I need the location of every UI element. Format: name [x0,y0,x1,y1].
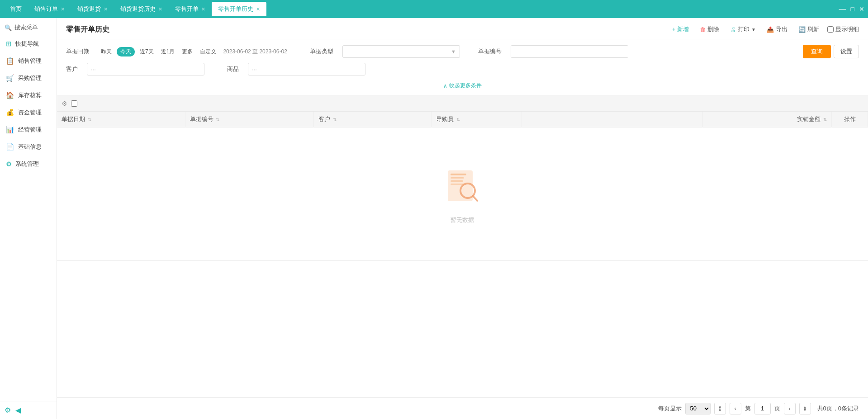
sort-no-icon[interactable]: ⇅ [216,117,219,122]
svg-rect-3 [451,180,463,182]
empty-state: 暂无数据 [57,127,868,260]
date-opt-more[interactable]: 更多 [180,47,195,56]
product-label: 商品 [227,65,239,73]
doc-no-label: 单据编号 [478,47,502,56]
doc-type-select[interactable]: ▼ [342,45,460,58]
sidebar-item-operations[interactable]: 📊 经营管理 [0,121,57,138]
empty-illustration [440,164,485,209]
tab-home[interactable]: 首页 [4,2,28,16]
window-close-icon[interactable]: ✕ [859,5,864,13]
last-page-button[interactable]: ⟫ [799,403,811,414]
data-table: 单据日期 ⇅ 单据编号 ⇅ 客户 ⇅ 导购员 ⇅ [57,112,868,261]
settings-icon[interactable]: ⚙ [5,406,11,414]
tab-retail-history[interactable]: 零售开单历史 ✕ [212,2,266,16]
select-all-checkbox[interactable] [71,100,77,107]
first-page-button[interactable]: ⟪ [714,403,726,414]
add-button[interactable]: + 新增 [669,24,692,35]
sidebar-bottom: ⚙ ◀ [0,401,57,419]
sidebar-search[interactable]: 🔍 搜索采单 [0,18,57,35]
page-header: 零售开单历史 + 新增 🗑 删除 🖨 打印 ▼ 📤 导出 [57,18,868,39]
col-amount-label: 实销金额 ⇅ [703,112,832,127]
empty-text: 暂无数据 [451,216,474,224]
operations-icon: 📊 [6,126,14,134]
display-detail-checkbox[interactable] [827,26,834,33]
date-opt-last7[interactable]: 近7天 [138,47,156,56]
col-date: 单据日期 ⇅ [57,112,185,127]
top-tab-bar: 首页 销售订单 ✕ 销货退货 ✕ 销货退货历史 ✕ 零售开单 ✕ 零售开单历史 … [0,0,868,18]
sidebar-item-inventory[interactable]: 🏠 库存核算 [0,87,57,104]
date-opt-custom[interactable]: 自定义 [198,47,218,56]
delete-button[interactable]: 🗑 删除 [697,24,722,35]
sidebar-item-sales-mgmt[interactable]: 📋 销售管理 [0,52,57,70]
date-opt-last-month[interactable]: 近1月 [159,47,177,56]
total-text: 共0页，0条记录 [817,405,859,413]
tab-sales-return[interactable]: 销货退货 ✕ [71,2,114,16]
table-area: ⚙ 单据日期 ⇅ 单据编号 ⇅ 客户 [57,95,868,397]
filter-row-2: 客户 ··· 商品 ··· [66,63,859,75]
svg-point-6 [463,186,472,195]
sales-mgmt-icon: 📋 [6,57,14,65]
tab-close-retail-open[interactable]: ✕ [201,6,205,12]
main-layout: 🔍 搜索采单 ⊞ 快捷导航 📋 销售管理 🛒 采购管理 🏠 库存核算 💰 资金管… [0,18,868,419]
date-opt-yesterday[interactable]: 昨天 [99,47,114,56]
tab-sales-order[interactable]: 销售订单 ✕ [28,2,71,16]
sort-amount-icon[interactable]: ⇅ [823,117,827,122]
sidebar-item-basic-info[interactable]: 📄 基础信息 [0,138,57,155]
page-size-select[interactable]: 50 10 20 100 [685,403,711,414]
display-detail-label[interactable]: 显示明细 [827,25,859,33]
product-input[interactable]: ··· [248,63,365,75]
print-icon: 🖨 [730,26,736,33]
sidebar: 🔍 搜索采单 ⊞ 快捷导航 📋 销售管理 🛒 采购管理 🏠 库存核算 💰 资金管… [0,18,57,419]
doc-type-label: 单据类型 [310,47,333,56]
col-action: 操作 [832,112,868,127]
table-body: 暂无数据 [57,127,868,261]
prev-page-button[interactable]: ‹ [730,403,741,414]
refresh-icon: 🔄 [798,26,806,33]
customer-input[interactable]: ··· [87,63,204,75]
print-button[interactable]: 🖨 打印 ▼ [727,24,759,35]
tab-close-sales-return-history[interactable]: ✕ [158,6,162,12]
content-area: 零售开单历史 + 新增 🗑 删除 🖨 打印 ▼ 📤 导出 [57,18,868,419]
page-number-input[interactable] [754,403,771,414]
refresh-button[interactable]: 🔄 刷新 [796,24,822,35]
export-icon: 📤 [767,26,774,33]
delete-icon: 🗑 [700,26,706,33]
next-page-button[interactable]: › [784,403,796,414]
system-mgmt-icon: ⚙ [6,160,12,168]
window-controls: — □ ✕ [839,5,864,13]
table-settings-icon[interactable]: ⚙ [62,100,67,107]
table-toolbar: ⚙ [57,95,868,112]
doc-type-dropdown-icon: ▼ [451,49,456,54]
sidebar-item-finance[interactable]: 💰 资金管理 [0,104,57,121]
tab-retail-open[interactable]: 零售开单 ✕ [169,2,212,16]
inventory-icon: 🏠 [6,91,14,99]
maximize-icon[interactable]: □ [851,5,854,13]
search-icon: 🔍 [5,24,12,31]
collapse-button[interactable]: ∧ 收起更多条件 [443,82,482,89]
tab-sales-return-history[interactable]: 销货退货历史 ✕ [114,2,169,16]
tab-close-retail-history[interactable]: ✕ [256,6,260,12]
tab-close-sales-return[interactable]: ✕ [104,6,108,12]
sidebar-item-system-mgmt[interactable]: ⚙ 系统管理 [0,155,57,173]
doc-no-input[interactable] [511,45,628,58]
empty-row: 暂无数据 [57,127,868,261]
tab-close-sales-order[interactable]: ✕ [61,6,65,12]
svg-rect-2 [451,177,464,179]
date-opt-today[interactable]: 今天 [117,47,135,56]
svg-line-7 [473,196,477,201]
page-title: 零售开单历史 [66,25,109,34]
export-button[interactable]: 📤 导出 [764,24,790,35]
minimize-icon[interactable]: — [839,5,846,13]
query-button[interactable]: 查询 [803,45,831,58]
table-header: 单据日期 ⇅ 单据编号 ⇅ 客户 ⇅ 导购员 ⇅ [57,112,868,127]
date-options: 昨天 今天 近7天 近1月 更多 自定义 2023-06-02 至 2023-0… [99,47,287,56]
sort-customer-icon[interactable]: ⇅ [333,117,337,122]
sort-guide-icon[interactable]: ⇅ [456,117,460,122]
setting-button[interactable]: 设置 [834,45,859,58]
collapse-sidebar-icon[interactable]: ◀ [15,406,21,414]
sidebar-item-purchase-mgmt[interactable]: 🛒 采购管理 [0,70,57,87]
collapse-icon: ∧ [443,83,447,89]
sort-date-icon[interactable]: ⇅ [88,117,91,122]
sidebar-item-quick-nav[interactable]: ⊞ 快捷导航 [0,35,57,52]
collapse-row: ∧ 收起更多条件 [66,80,859,91]
